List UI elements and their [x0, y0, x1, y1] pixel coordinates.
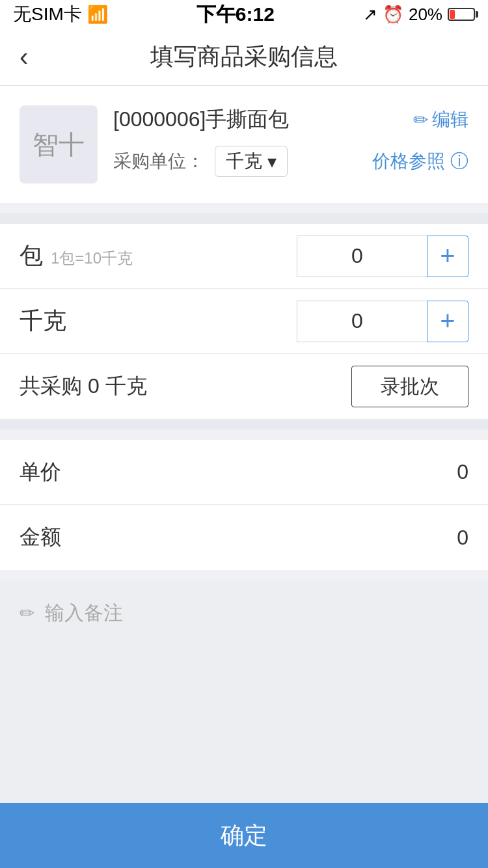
status-time: 下午6:12: [197, 1, 275, 28]
product-section: 智十 [0000006]手撕面包 ✏ 编辑 采购单位： 千克 ▾ 价格参照 ⓘ: [0, 86, 488, 203]
unit-price-label: 单价: [20, 458, 61, 487]
product-unit-row: 采购单位： 千克 ▾ 价格参照 ⓘ: [113, 146, 468, 177]
status-bar: 无SIM卡 📶 下午6:12 ↗ ⏰ 20%: [0, 0, 488, 29]
bao-input[interactable]: [297, 236, 427, 277]
product-logo: 智十: [33, 127, 85, 163]
edit-icon: ✏: [413, 109, 428, 131]
price-section: 单价 0 金额 0: [0, 440, 488, 570]
kg-input-group: +: [297, 301, 468, 342]
price-ref-label: 价格参照: [372, 149, 445, 174]
amount-row: 金额 0: [0, 505, 488, 570]
product-info: [0000006]手撕面包 ✏ 编辑 采购单位： 千克 ▾ 价格参照 ⓘ: [113, 105, 468, 177]
kg-label-group: 千克: [20, 305, 66, 337]
edit-button[interactable]: ✏ 编辑: [413, 107, 468, 132]
section-divider-1: [0, 213, 488, 224]
bao-plus-button[interactable]: +: [427, 236, 468, 277]
unit-price-value: 0: [457, 460, 468, 484]
summary-text: 共采购 0 千克: [20, 372, 147, 401]
summary-suffix: 千克: [105, 374, 147, 398]
bao-label-group: 包 1包=10千克: [20, 240, 133, 272]
unit-select[interactable]: 千克 ▾: [215, 146, 288, 177]
unit-selector-group: 采购单位： 千克 ▾: [113, 146, 288, 177]
alarm-icon: ⏰: [383, 5, 403, 25]
nav-bar: ‹ 填写商品采购信息: [0, 29, 488, 86]
kg-input[interactable]: [297, 301, 427, 342]
amount-value: 0: [457, 526, 468, 550]
carrier-label: 无SIM卡: [13, 2, 82, 27]
amount-label: 金额: [20, 523, 61, 552]
input-section: 包 1包=10千克 + 千克 + 共采购 0 千克 录批次: [0, 224, 488, 419]
page-title: 填写商品采购信息: [150, 41, 338, 73]
pencil-icon: ✏: [20, 603, 34, 624]
batch-button[interactable]: 录批次: [351, 366, 468, 407]
location-icon: ↗: [363, 5, 377, 25]
battery-fill: [450, 10, 455, 19]
bao-sub-label: 1包=10千克: [51, 248, 133, 269]
status-right: ↗ ⏰ 20%: [363, 5, 475, 25]
bao-input-group: +: [297, 236, 468, 277]
kg-plus-button[interactable]: +: [427, 301, 468, 342]
product-image: 智十: [20, 105, 98, 183]
bao-main-label: 包: [20, 240, 43, 272]
summary-prefix: 共采购: [20, 374, 88, 398]
wifi-icon: 📶: [87, 5, 108, 25]
bao-input-row: 包 1包=10千克 +: [0, 224, 488, 289]
info-icon: ⓘ: [450, 149, 468, 174]
remark-section[interactable]: ✏ 输入备注: [0, 580, 488, 646]
chevron-down-icon: ▾: [267, 151, 277, 172]
back-button[interactable]: ‹: [20, 42, 28, 72]
status-left: 无SIM卡 📶: [13, 2, 108, 27]
kg-main-label: 千克: [20, 305, 66, 337]
unit-label: 采购单位：: [113, 149, 204, 174]
product-name-row: [0000006]手撕面包 ✏ 编辑: [113, 105, 468, 134]
product-name: [0000006]手撕面包: [113, 105, 289, 134]
unit-value: 千克: [226, 149, 262, 174]
unit-price-row: 单价 0: [0, 440, 488, 505]
remark-placeholder: 输入备注: [45, 600, 123, 627]
summary-amount: 0: [88, 374, 105, 398]
summary-row: 共采购 0 千克 录批次: [0, 354, 488, 419]
kg-input-row: 千克 +: [0, 289, 488, 354]
battery-icon: [448, 8, 475, 21]
battery-percent: 20%: [409, 5, 442, 25]
section-divider-2: [0, 419, 488, 429]
confirm-button[interactable]: 确定: [0, 803, 488, 868]
price-reference-button[interactable]: 价格参照 ⓘ: [372, 149, 468, 174]
edit-label: 编辑: [432, 107, 468, 132]
